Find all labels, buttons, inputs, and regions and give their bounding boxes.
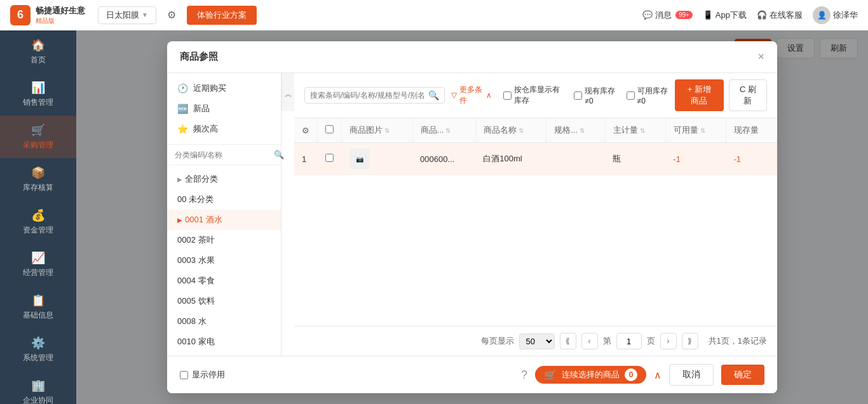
th-spec: 规格... ⇅ bbox=[546, 118, 605, 143]
new-icon: 🆕 bbox=[177, 104, 188, 114]
row-checkbox[interactable] bbox=[325, 154, 334, 162]
cat-item-0010[interactable]: 0010 家电 bbox=[167, 332, 281, 352]
nav-selector[interactable]: 日太阳膜 ▼ bbox=[98, 6, 156, 24]
th-code-sort[interactable]: 商品... ⇅ bbox=[421, 125, 468, 136]
td-name: 白酒100ml bbox=[475, 143, 546, 175]
cb-existing-stock[interactable]: 现有库存≠0 bbox=[574, 86, 616, 105]
sidebar: 🏠 首页 📊 销售管理 🛒 采购管理 📦 库存核算 💰 资金管理 📈 经营管理 … bbox=[0, 30, 76, 404]
confirm-button[interactable]: 确定 bbox=[721, 365, 764, 385]
cat-item-0003[interactable]: 0003 水果 bbox=[167, 250, 281, 271]
collapse-handle[interactable]: 《 bbox=[281, 73, 294, 111]
experience-button[interactable]: 体验行业方案 bbox=[187, 6, 257, 25]
category-search-icon[interactable]: 🔍 bbox=[274, 150, 284, 159]
th-image-label: 商品图片 bbox=[349, 125, 383, 136]
right-panel: 🔍 ▽ 更多条件 ∧ 按仓库显示有库存 bbox=[294, 73, 777, 356]
cb-by-warehouse[interactable]: 按仓库显示有库存 bbox=[503, 84, 564, 106]
cb-by-warehouse-input[interactable] bbox=[503, 91, 512, 100]
modal-body: 🕐 近期购买 🆕 新品 ⭐ 频次高 bbox=[167, 73, 777, 356]
column-settings-icon[interactable]: ⚙ bbox=[302, 126, 309, 135]
cb-available-stock-input[interactable] bbox=[627, 91, 635, 100]
category-search-bar: 🔍 bbox=[167, 145, 281, 165]
quick-label-new: 新品 bbox=[193, 103, 210, 114]
online-service-item[interactable]: 🎧 在线客服 bbox=[757, 10, 803, 21]
filter-more-label: 更多条件 bbox=[459, 84, 484, 106]
table-head: ⚙ 商品图片 ⇅ bbox=[294, 118, 777, 143]
cat-item-0008[interactable]: 0008 水 bbox=[167, 311, 281, 332]
th-checkbox bbox=[318, 118, 342, 143]
th-unit-label: 主计量 bbox=[613, 125, 638, 136]
cat-arrow-all: ▶ bbox=[177, 176, 182, 183]
sidebar-item-home[interactable]: 🏠 首页 bbox=[0, 30, 76, 73]
sidebar-item-business[interactable]: 📈 经营管理 bbox=[0, 243, 76, 286]
th-current-sort[interactable]: 现存量 bbox=[734, 125, 770, 136]
th-spec-sort[interactable]: 规格... ⇅ bbox=[554, 125, 597, 136]
cat-item-0002[interactable]: 0002 茶叶 bbox=[167, 230, 281, 250]
cart-area[interactable]: 🛒 连续选择的商品 0 bbox=[535, 366, 646, 384]
sidebar-item-inventory[interactable]: 📦 库存核算 bbox=[0, 158, 76, 201]
th-name-label: 商品名称 bbox=[484, 125, 517, 136]
sidebar-item-finance[interactable]: 💰 资金管理 bbox=[0, 201, 76, 243]
filter-collapse-icon: ∧ bbox=[486, 91, 492, 100]
show-disabled-input[interactable] bbox=[180, 371, 188, 379]
quick-item-frequent[interactable]: ⭐ 频次高 bbox=[167, 119, 281, 139]
cat-item-all[interactable]: ▶ 全部分类 bbox=[167, 169, 281, 189]
quick-label-recent: 近期购买 bbox=[193, 83, 226, 94]
cat-item-0005[interactable]: 0005 饮料 bbox=[167, 291, 281, 311]
cb-existing-stock-input[interactable] bbox=[574, 91, 582, 100]
sidebar-label-basic: 基础信息 bbox=[23, 310, 53, 321]
refresh-button[interactable]: C 刷新 bbox=[729, 79, 767, 111]
message-label: 消息 bbox=[655, 10, 672, 21]
product-search-icon[interactable]: 🔍 bbox=[428, 90, 439, 100]
app-download-item[interactable]: 📱 App下载 bbox=[703, 10, 747, 21]
page-size-label: 每页显示 bbox=[481, 335, 514, 347]
cart-icon: 🛒 bbox=[544, 369, 557, 381]
cat-label-all: 全部分类 bbox=[185, 173, 218, 185]
cb-available-stock-label: 可用库存≠0 bbox=[637, 86, 668, 105]
help-icon[interactable]: ? bbox=[521, 368, 527, 382]
sort-code-icon: ⇅ bbox=[445, 127, 451, 134]
page-last-button[interactable]: ⟫ bbox=[682, 333, 698, 349]
filter-more-button[interactable]: ▽ 更多条件 ∧ bbox=[451, 84, 492, 106]
table-wrap: ⚙ 商品图片 ⇅ bbox=[294, 118, 777, 326]
cat-item-0001[interactable]: ▶ 0001 酒水 bbox=[167, 210, 281, 230]
logo-text: 畅捷通好生意 精品版 bbox=[36, 5, 85, 25]
sidebar-item-purchase[interactable]: 🛒 采购管理 bbox=[0, 116, 76, 158]
table-row[interactable]: 1 📷 000600... 白酒100ml bbox=[294, 143, 777, 175]
page-size-select[interactable]: 20 50 100 bbox=[519, 333, 555, 349]
add-product-button[interactable]: + 新增商品 bbox=[675, 79, 724, 111]
quick-item-new[interactable]: 🆕 新品 bbox=[167, 98, 281, 119]
quick-item-recent[interactable]: 🕐 近期购买 bbox=[167, 78, 281, 98]
message-icon: 💬 bbox=[642, 10, 653, 20]
nav-selector-label: 日太阳膜 bbox=[106, 10, 139, 21]
cat-item-00[interactable]: 00 未分类 bbox=[167, 189, 281, 210]
collapse-footer-icon[interactable]: ∧ bbox=[654, 369, 661, 381]
cat-item-0004[interactable]: 0004 零食 bbox=[167, 271, 281, 291]
cancel-button[interactable]: 取消 bbox=[669, 364, 714, 386]
modal-close-button[interactable]: × bbox=[757, 50, 764, 64]
modal-header: 商品参照 × bbox=[167, 41, 777, 73]
settings-icon[interactable]: ⚙ bbox=[161, 5, 182, 25]
page-first-button[interactable]: ⟪ bbox=[560, 333, 576, 349]
home-icon: 🏠 bbox=[31, 38, 45, 52]
cart-text: 连续选择的商品 bbox=[562, 369, 620, 380]
th-name-sort[interactable]: 商品名称 ⇅ bbox=[484, 125, 539, 136]
page-next-button[interactable]: › bbox=[660, 333, 677, 349]
show-disabled-checkbox[interactable]: 显示停用 bbox=[180, 369, 225, 380]
product-search-input[interactable] bbox=[310, 91, 424, 100]
cat-label-0008: 0008 水 bbox=[177, 316, 207, 327]
th-image-sort[interactable]: 商品图片 ⇅ bbox=[349, 125, 405, 136]
page-prev-button[interactable]: ‹ bbox=[581, 333, 598, 349]
sidebar-item-sales[interactable]: 📊 销售管理 bbox=[0, 73, 76, 116]
messages-item[interactable]: 💬 消息 99+ bbox=[642, 10, 693, 21]
user-item[interactable]: 👤 徐泽华 bbox=[813, 6, 858, 24]
cb-available-stock[interactable]: 可用库存≠0 bbox=[627, 86, 668, 105]
category-search-input[interactable] bbox=[175, 151, 270, 159]
page-number-input[interactable] bbox=[616, 333, 642, 349]
select-all-checkbox[interactable] bbox=[325, 125, 334, 133]
sidebar-item-basic[interactable]: 📋 基础信息 bbox=[0, 286, 76, 328]
sidebar-item-system[interactable]: ⚙️ 系统管理 bbox=[0, 328, 76, 371]
sidebar-label-business: 经营管理 bbox=[23, 267, 53, 278]
th-available-sort[interactable]: 可用量 ⇅ bbox=[674, 125, 718, 136]
sidebar-item-enterprise[interactable]: 🏢 企业协同 bbox=[0, 371, 76, 404]
th-unit-sort[interactable]: 主计量 ⇅ bbox=[613, 125, 658, 136]
